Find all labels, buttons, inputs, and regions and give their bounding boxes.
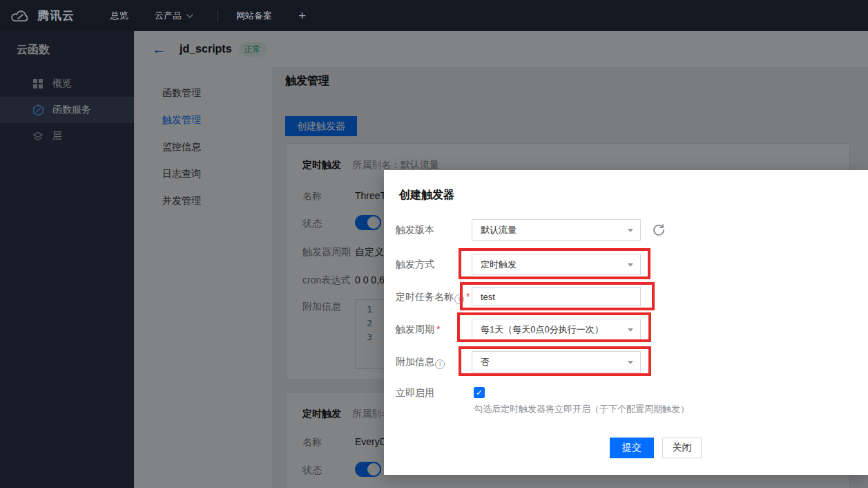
page: 腾讯云 总览 云产品 网站备案 + 云函数 概览 函数服务 [0,0,868,488]
info-icon[interactable]: i [435,359,445,369]
chevron-down-icon [628,328,633,332]
extra-info-select-value: 否 [481,357,490,367]
required-asterisk: * [436,323,440,335]
period-label: 触发周期* [396,319,440,340]
trigger-type-select[interactable]: 定时触发 [472,254,641,275]
tencent-cloud-brand[interactable]: 腾讯云 [10,8,75,24]
chevron-down-icon [628,263,633,267]
enable-now-label: 立即启用 [396,387,434,398]
chevron-down-icon [628,361,633,364]
required-asterisk: * [466,291,470,302]
task-name-label: 定时任务名称i* [396,287,470,306]
chevron-down-icon [186,11,193,18]
create-trigger-modal: 创建触发器 触发版本 默认流量 触发方式 定时触发 定时任务名称i* [384,170,868,475]
checkmark-icon: ✓ [476,388,483,397]
extra-info-label: 附加信息i [396,351,445,373]
extra-info-select[interactable]: 否 [472,351,641,373]
enable-helper-text: 勾选后定时触发器将立即开启（于下个配置周期触发） [474,403,689,415]
close-button[interactable]: 关闭 [662,438,702,458]
nav-beian[interactable]: 网站备案 [236,10,272,22]
refresh-icon[interactable] [652,223,666,236]
nav-add-button[interactable]: + [298,8,306,24]
task-name-input[interactable] [472,287,641,306]
version-select[interactable]: 默认流量 [472,219,641,241]
type-label: 触发方式 [396,254,434,275]
nav-overview[interactable]: 总览 [110,10,128,22]
submit-button[interactable]: 提交 [610,438,654,458]
nav-cloud-products[interactable]: 云产品 [155,10,191,22]
info-icon[interactable]: i [454,294,464,304]
chevron-down-icon [628,229,633,232]
period-select[interactable]: 每1天（每天0点0分执行一次） [472,319,641,340]
version-label: 触发版本 [396,219,434,241]
enable-now-checkbox[interactable]: ✓ [474,387,485,398]
trigger-type-select-value: 定时触发 [481,259,517,270]
brand-name: 腾讯云 [37,8,75,24]
modal-title: 创建触发器 [399,188,454,203]
top-nav-bar: 腾讯云 总览 云产品 网站备案 + [0,0,868,31]
period-select-value: 每1天（每天0点0分执行一次） [481,324,604,335]
nav-divider [218,10,218,21]
tencent-cloud-logo-icon [10,8,32,24]
version-select-value: 默认流量 [481,225,517,235]
